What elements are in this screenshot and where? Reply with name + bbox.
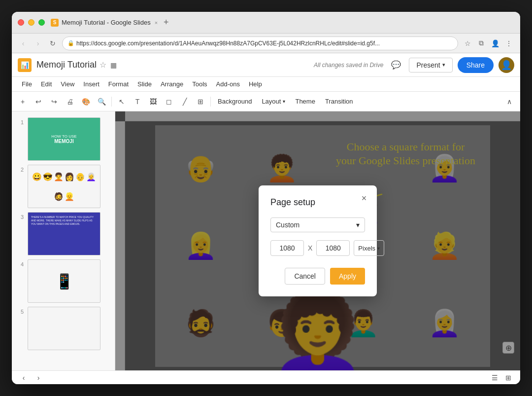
- lock-icon: 🔒: [67, 40, 74, 46]
- slide-thumb-2: 😀😎🧑‍🦱👩 👴👩‍🦳🧔👱: [28, 165, 100, 208]
- toolbar-paintformat-btn[interactable]: 🎨: [79, 95, 93, 108]
- grid-view-btn[interactable]: ⊞: [502, 372, 514, 384]
- modal-overlay: Page setup × Custom ▾ X Pixels ▾: [115, 111, 520, 370]
- custom-dropdown-arrow: ▾: [356, 221, 360, 229]
- menu-arrange[interactable]: Arrange: [157, 78, 187, 90]
- menu-format[interactable]: Format: [104, 78, 133, 90]
- toolbar-sep-2: [210, 97, 211, 107]
- dimensions-row: X Pixels ▾: [270, 240, 365, 256]
- slide-item-5[interactable]: 5: [12, 305, 115, 352]
- share-button[interactable]: Share: [458, 57, 494, 73]
- new-tab-btn[interactable]: +: [164, 17, 169, 28]
- toolbar-insert-btn[interactable]: ⊞: [194, 95, 207, 108]
- toolbar-zoom-btn[interactable]: 🔍: [95, 95, 108, 108]
- toolbar-cursor-btn[interactable]: ↖: [115, 95, 129, 108]
- theme-dropdown[interactable]: Theme: [291, 96, 319, 107]
- slide-item-1[interactable]: 1 HOW TO USE MEMOJI: [12, 115, 115, 163]
- width-input[interactable]: [270, 240, 304, 256]
- layout-arrow: ▾: [283, 99, 285, 104]
- unit-label: Pixels: [358, 245, 375, 252]
- slide-item-2[interactable]: 2 😀😎🧑‍🦱👩 👴👩‍🦳🧔👱: [12, 163, 115, 210]
- extensions-btn[interactable]: ⧉: [476, 38, 487, 49]
- page-setup-dialog: Page setup × Custom ▾ X Pixels ▾: [259, 185, 377, 296]
- profile-btn[interactable]: 👤: [490, 38, 500, 49]
- custom-format-dropdown[interactable]: Custom ▾: [270, 217, 365, 232]
- prev-slide-btn[interactable]: ‹: [18, 372, 30, 384]
- toolbar-text-btn[interactable]: T: [131, 95, 144, 108]
- apply-button[interactable]: Apply: [330, 268, 365, 285]
- toolbar-collapse-btn[interactable]: ∧: [502, 95, 516, 108]
- tab-bar: S Memoji Tutorial - Google Slides × +: [51, 17, 514, 28]
- slide-number-2: 2: [16, 167, 24, 173]
- slide-thumb-4: 📱: [28, 259, 100, 303]
- slide-number-1: 1: [16, 119, 24, 125]
- close-traffic-light[interactable]: [18, 19, 24, 26]
- slides-right-actions: All changes saved in Drive 💬 Present ▾ S…: [314, 57, 514, 73]
- star-icon[interactable]: ☆: [100, 60, 106, 70]
- dialog-actions: Cancel Apply: [270, 268, 365, 285]
- user-avatar[interactable]: 👤: [499, 57, 514, 73]
- tab-close-btn[interactable]: ×: [155, 20, 158, 26]
- back-button[interactable]: ‹: [18, 38, 29, 49]
- slide-thumb-3: THERE'S A NUMBER TO MATCH PRICE YOU QUAL…: [28, 212, 100, 255]
- list-view-btn[interactable]: ☰: [489, 372, 500, 384]
- toolbar: + ↩ ↪ 🖨 🎨 🔍 ↖ T 🖼 ◻ ╱ ⊞ Background Layou…: [12, 92, 520, 111]
- dialog-title: Page setup: [270, 197, 365, 208]
- menu-file[interactable]: File: [18, 78, 36, 90]
- transition-dropdown[interactable]: Transition: [321, 96, 357, 107]
- custom-format-label: Custom: [276, 221, 299, 229]
- toolbar-print-btn[interactable]: 🖨: [63, 95, 77, 108]
- slide-item-4[interactable]: 4 📱: [12, 257, 115, 305]
- present-button[interactable]: Present ▾: [409, 58, 452, 72]
- toolbar-redo-btn[interactable]: ↪: [47, 95, 61, 108]
- toolbar-line-btn[interactable]: ╱: [178, 95, 192, 108]
- slides-header: 📊 Memoji Tutorial ☆ ▦ All changes saved …: [12, 53, 520, 111]
- background-dropdown[interactable]: Background: [214, 96, 256, 107]
- bookmark-btn[interactable]: ☆: [462, 38, 473, 49]
- next-slide-btn[interactable]: ›: [33, 372, 44, 384]
- menu-help[interactable]: Help: [245, 78, 266, 90]
- slides-top-bar: 📊 Memoji Tutorial ☆ ▦ All changes saved …: [12, 53, 520, 77]
- slide-navigation: ‹ ›: [18, 372, 44, 384]
- url-text: https://docs.google.com/presentation/d/1…: [76, 40, 380, 47]
- menu-slide[interactable]: Slide: [133, 78, 156, 90]
- menu-insert[interactable]: Insert: [79, 78, 103, 90]
- slides-title: Memoji Tutorial: [36, 60, 97, 70]
- comments-btn[interactable]: 💬: [388, 57, 404, 73]
- dimension-separator: X: [308, 244, 312, 252]
- url-bar[interactable]: 🔒 https://docs.google.com/presentation/d…: [62, 36, 458, 50]
- menu-addons[interactable]: Add-ons: [212, 78, 244, 90]
- mac-window: S Memoji Tutorial - Google Slides × + ‹ …: [12, 12, 520, 384]
- slide-number-3: 3: [16, 214, 24, 220]
- toolbar-add-btn[interactable]: +: [16, 95, 30, 108]
- menu-bar: File Edit View Insert Format Slide Arran…: [12, 77, 520, 92]
- slide-thumb-5: [28, 307, 100, 350]
- minimize-traffic-light[interactable]: [28, 19, 34, 26]
- title-bar: S Memoji Tutorial - Google Slides × +: [12, 12, 520, 34]
- address-bar: ‹ › ↻ 🔒 https://docs.google.com/presenta…: [12, 34, 520, 53]
- toolbar-shape-btn[interactable]: ◻: [162, 95, 176, 108]
- forward-button[interactable]: ›: [33, 38, 43, 49]
- menu-tools[interactable]: Tools: [188, 78, 211, 90]
- main-content: 1 HOW TO USE MEMOJI 2 😀😎🧑‍🦱👩 👴👩‍🦳🧔👱 3: [12, 111, 520, 370]
- dialog-close-btn[interactable]: ×: [357, 191, 371, 205]
- canvas-area: 👴 🧑‍🦱 👩‍🦱 👩‍🦳 👱‍♀️ 🧑‍🦰 👱 🧔 👦 👨‍🦱 👩‍🦳 👩‍🦱: [115, 111, 520, 370]
- drive-icon[interactable]: ▦: [110, 61, 117, 69]
- height-input[interactable]: [316, 240, 350, 256]
- toolbar-undo-btn[interactable]: ↩: [32, 95, 45, 108]
- toolbar-sep-1: [111, 97, 112, 107]
- saved-text: All changes saved in Drive: [314, 62, 383, 69]
- slide-item-3[interactable]: 3 THERE'S A NUMBER TO MATCH PRICE YOU QU…: [12, 210, 115, 257]
- layout-dropdown[interactable]: Layout ▾: [258, 96, 289, 107]
- refresh-button[interactable]: ↻: [47, 38, 58, 49]
- bottom-bar: ‹ › ☰ ⊞: [12, 370, 520, 384]
- cancel-button[interactable]: Cancel: [285, 268, 325, 285]
- menu-edit[interactable]: Edit: [37, 78, 56, 90]
- more-btn[interactable]: ⋮: [503, 38, 514, 49]
- toolbar-image-btn[interactable]: 🖼: [146, 95, 160, 108]
- traffic-lights: [18, 19, 45, 26]
- menu-view[interactable]: View: [57, 78, 78, 90]
- maximize-traffic-light[interactable]: [38, 19, 45, 26]
- unit-dropdown[interactable]: Pixels ▾: [354, 240, 384, 256]
- present-dropdown-arrow: ▾: [442, 62, 445, 68]
